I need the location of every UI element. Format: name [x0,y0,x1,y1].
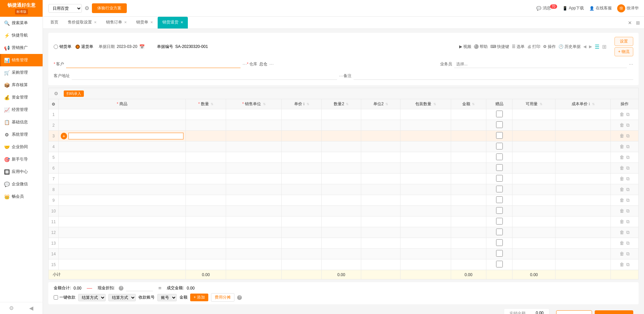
select-btn[interactable]: ☰ 选单 [512,44,525,50]
goods-cell[interactable] [59,206,186,216]
print-btn[interactable]: 🖨 打印 [527,44,540,50]
delete-icon[interactable]: 🗑 [620,165,624,171]
sidebar-settings-btn[interactable]: ⚙ [3,305,20,311]
date-picker-btn[interactable]: 📅 [139,44,145,49]
gift-checkbox[interactable] [496,239,503,246]
goods-cell[interactable] [59,259,186,270]
copy-icon[interactable]: ⧉ [626,230,630,235]
customer-input[interactable] [66,60,240,68]
sidebar-item-purchase[interactable]: 🛒采购管理 [0,66,43,79]
goods-cell[interactable] [59,238,186,249]
copy-icon[interactable]: ⧉ [626,176,630,182]
radio-sales-input[interactable] [54,45,58,49]
goods-cell[interactable] [59,163,186,174]
sidebar-item-operations[interactable]: 📈经营管理 [0,104,43,116]
goods-cell[interactable] [59,174,186,184]
warehouse-select-btn[interactable]: ··· [269,61,274,67]
save-draft-btn[interactable]: 保存草稿 ▲ [556,310,592,314]
delete-icon[interactable]: 🗑 [620,187,624,192]
copy-icon[interactable]: ⧉ [626,187,630,192]
gift-checkbox[interactable] [496,153,503,160]
history-btn[interactable]: 🕐 历史单据 [558,44,581,50]
settings-btn[interactable]: 设置 [614,37,633,46]
tab-sales-order[interactable]: 销售订单 ✕ [101,17,131,28]
address-select-btn[interactable]: ··· [339,73,343,79]
message-btn[interactable]: 💬 消息 70 [536,5,557,11]
user-info[interactable]: 徐 徐泽华 [617,4,639,12]
copy-icon[interactable]: ⧉ [626,112,630,117]
qty-sort-icon[interactable]: ⇅ [211,102,213,106]
pack-sort-icon[interactable]: ⇅ [433,102,436,106]
gift-checkbox[interactable] [496,164,503,171]
operate-btn[interactable]: ⚙ 操作 [543,44,556,50]
cost-sort-icon[interactable]: ⇅ [592,102,595,106]
sidebar-item-inventory[interactable]: 📦库存核算 [0,79,43,91]
radio-return[interactable]: 退货单 [75,44,93,50]
logistics-btn[interactable]: + 物流 [614,47,633,56]
topbar-settings-icon[interactable]: ⚙ [85,5,89,11]
gift-checkbox[interactable] [496,229,503,235]
save-new-btn[interactable]: 保存&新增 ▲ [595,310,633,314]
expense-info-icon[interactable]: ? [237,295,242,300]
copy-icon[interactable]: ⧉ [626,197,630,203]
goods-cell[interactable]: + [59,131,186,141]
delete-icon[interactable]: 🗑 [620,112,624,117]
goods-cell[interactable] [59,109,186,120]
gift-checkbox[interactable] [496,132,503,139]
gift-checkbox[interactable] [496,121,503,128]
gift-checkbox[interactable] [496,175,503,182]
goods-cell[interactable] [59,227,186,238]
gift-checkbox[interactable] [496,196,503,203]
delete-icon[interactable]: 🗑 [620,251,624,257]
tab-sales-delivery[interactable]: 销货单 ✕ [131,17,158,28]
unit-price-info-icon[interactable]: ℹ [303,102,305,106]
cost-price-info-icon[interactable]: ℹ [589,102,590,106]
sidebar-item-search[interactable]: 🔍搜索菜单 [0,17,43,29]
expense-split-btn[interactable]: 费用分摊 [211,293,234,302]
gift-checkbox[interactable] [496,207,503,214]
video-btn[interactable]: ▶ 视频 [459,44,471,50]
tab-close-all-btn[interactable]: ✕ [627,19,633,26]
goods-cell[interactable] [59,216,186,227]
tab-sales-delivery-close[interactable]: ✕ [150,20,153,24]
cash-discount-info-icon[interactable]: ? [119,286,123,291]
goods-cell[interactable] [59,152,186,163]
account-select[interactable]: 账号 [157,294,177,301]
tab-home[interactable]: 首页 [46,17,63,28]
copy-icon[interactable]: ⧉ [626,154,630,160]
gift-checkbox[interactable] [496,218,503,225]
copy-icon[interactable]: ⧉ [626,251,630,257]
experience-btn[interactable]: 体验行业方案 [92,3,127,13]
address-input[interactable] [72,72,337,80]
onetime-payment-input[interactable] [54,295,58,300]
gift-checkbox[interactable] [496,250,503,257]
add-row-btn[interactable]: + [61,133,67,139]
tab-sales-return[interactable]: 销货退货 ✕ [158,17,188,28]
scan-input-btn[interactable]: 扫码录入 [64,90,84,97]
tab-menu-btn[interactable]: ⊞ [635,19,641,26]
delete-icon[interactable]: 🗑 [620,230,624,235]
available-sort-icon[interactable]: ⇅ [540,102,542,106]
copy-icon[interactable]: ⧉ [626,208,630,214]
delete-icon[interactable]: 🗑 [620,219,624,225]
industry-select[interactable]: 日用百货 [48,4,82,13]
goods-cell[interactable] [59,195,186,206]
delete-icon[interactable]: 🗑 [620,133,624,139]
history-next-btn[interactable]: ▶ [589,44,592,49]
onetime-payment-checkbox[interactable]: 一键收款 [54,295,75,300]
sidebar-item-newbie[interactable]: 🎯新手引导 [0,153,43,166]
radio-sales[interactable]: 销货单 [54,44,71,50]
gift-checkbox[interactable] [496,261,503,267]
salesperson-input[interactable] [454,60,627,68]
qty2-sort-icon[interactable]: ⇅ [346,102,348,106]
payment-calc-select[interactable]: 结算方式 [108,294,136,301]
sidebar-item-basic[interactable]: 📋基础信息 [0,116,43,128]
sidebar-item-shortcut[interactable]: ⚡快捷导航 [0,29,43,42]
salesperson-select-btn[interactable]: ··· [629,61,633,67]
amount-sort-icon[interactable]: ⇅ [472,102,475,106]
gift-checkbox[interactable] [496,143,503,149]
sidebar-collapse-btn[interactable]: ◀ [23,305,40,311]
shortcuts-btn[interactable]: ⌨ 快捷键 [490,44,509,50]
table-settings-btn[interactable]: ⚙ [51,89,61,98]
view-grid-btn[interactable]: ⊞ [602,44,606,50]
